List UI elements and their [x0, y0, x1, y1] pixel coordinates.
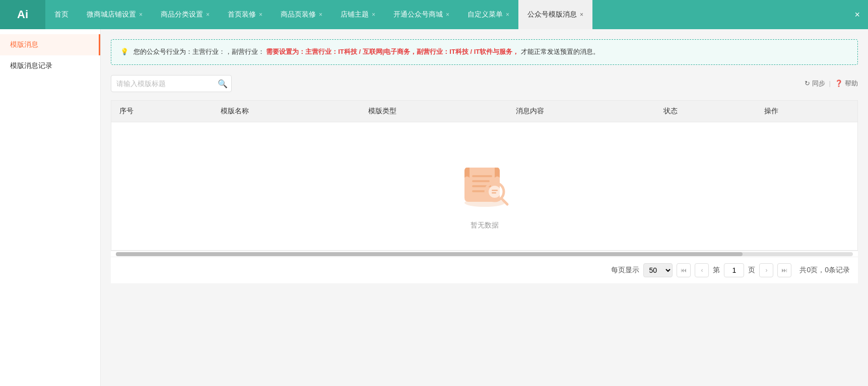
svg-rect-8 [492, 190, 498, 191]
pagination: 每页显示 102050100 ⏮ ‹ 第 页 › ⏭ 共0页，0条记录 [111, 257, 858, 283]
page-size-select[interactable]: 102050100 [643, 263, 673, 277]
nav-tab-close-product-decoration[interactable]: × [319, 11, 322, 18]
sidebar: 模版消息模版消息记录 [0, 29, 101, 386]
next-page-button[interactable]: › [759, 263, 773, 277]
sidebar-item-template-msg[interactable]: 模版消息 [0, 34, 100, 55]
notice-icon: 💡 [120, 48, 128, 55]
col-header-content: 消息内容 [508, 100, 655, 122]
nav-tab-custom-menu[interactable]: 自定义菜单× [458, 0, 518, 29]
col-header-index: 序号 [111, 100, 213, 122]
svg-rect-1 [472, 175, 492, 177]
notice-banner: 💡 您的公众号行业为：主营行业：，副营行业： 需要设置为：主营行业：IT科技 /… [111, 39, 858, 65]
main-layout: 模版消息模版消息记录 💡 您的公众号行业为：主营行业：，副营行业： 需要设置为：… [0, 29, 868, 386]
nav-tab-store-settings[interactable]: 微商城店铺设置× [78, 0, 152, 29]
sync-icon: ↻ [805, 80, 810, 87]
help-label: 帮助 [845, 79, 858, 88]
svg-point-6 [489, 186, 501, 198]
total-label: 共0页，0条记录 [799, 266, 850, 275]
nav-tab-home[interactable]: 首页 [45, 0, 78, 29]
content-area: 💡 您的公众号行业为：主营行业：，副营行业： 需要设置为：主营行业：IT科技 /… [101, 29, 868, 386]
nav-tab-template-msg[interactable]: 公众号模版消息× [518, 0, 592, 29]
prev-page-button[interactable]: ‹ [695, 263, 709, 277]
sync-button[interactable]: ↻ 同步 [805, 79, 825, 88]
table-header-row: 序号模版名称模版类型消息内容状态操作 [111, 100, 858, 122]
top-nav: Ai 首页微商城店铺设置×商品分类设置×首页装修×商品页装修×店铺主题×开通公众… [0, 0, 868, 29]
data-table: 序号模版名称模版类型消息内容状态操作 [111, 100, 858, 251]
first-page-button[interactable]: ⏮ [677, 263, 691, 277]
svg-rect-2 [472, 180, 490, 182]
notice-text-prefix: 您的公众号行业为：主营行业：，副营行业： [133, 48, 264, 55]
nav-tab-open-mall[interactable]: 开通公众号商城× [384, 0, 458, 29]
col-header-status: 状态 [655, 100, 756, 122]
col-header-name: 模版名称 [213, 100, 360, 122]
scrollbar-track [116, 252, 853, 256]
notice-highlight: 需要设置为：主营行业：IT科技 / 互联网|电子商务，副营行业：IT科技 / I… [266, 48, 519, 55]
last-page-button[interactable]: ⏭ [777, 263, 791, 277]
close-all-tabs-button[interactable]: × [846, 10, 868, 20]
empty-state-row: 暂无数据 [111, 122, 858, 250]
page-input[interactable] [724, 263, 744, 277]
notice-text-suffix: 才能正常发送预置的消息。 [521, 48, 599, 55]
empty-state: 暂无数据 [111, 122, 857, 250]
search-bar: 🔍 ↻ 同步 | ❓ 帮助 [111, 75, 858, 92]
nav-tab-close-template-msg[interactable]: × [580, 11, 583, 18]
col-header-actions: 操作 [756, 100, 858, 122]
page-prefix-label: 第 [713, 266, 720, 275]
search-input[interactable] [111, 75, 232, 92]
svg-rect-9 [492, 192, 496, 194]
nav-tab-product-decoration[interactable]: 商品页装修× [272, 0, 331, 29]
help-button[interactable]: ❓ 帮助 [835, 79, 858, 88]
nav-tab-home-decoration[interactable]: 首页装修× [219, 0, 272, 29]
empty-text: 暂无数据 [471, 221, 499, 230]
search-icon[interactable]: 🔍 [218, 79, 228, 88]
help-icon: ❓ [835, 80, 843, 87]
sync-label: 同步 [812, 79, 825, 88]
scrollbar-area[interactable] [111, 251, 858, 257]
app-logo: Ai [0, 0, 45, 29]
nav-tab-close-custom-menu[interactable]: × [506, 11, 509, 18]
nav-tab-close-home-decoration[interactable]: × [259, 11, 262, 18]
page-size-label: 每页显示 [611, 266, 639, 275]
nav-tab-close-open-mall[interactable]: × [446, 11, 449, 18]
nav-tab-close-category-settings[interactable]: × [206, 11, 210, 18]
page-suffix-label: 页 [748, 266, 755, 275]
scrollbar-thumb[interactable] [116, 252, 743, 256]
nav-tab-close-store-theme[interactable]: × [372, 11, 375, 18]
nav-tab-category-settings[interactable]: 商品分类设置× [152, 0, 219, 29]
nav-tabs: 首页微商城店铺设置×商品分类设置×首页装修×商品页装修×店铺主题×开通公众号商城… [45, 0, 846, 29]
empty-illustration [454, 152, 515, 213]
nav-tab-store-theme[interactable]: 店铺主题× [331, 0, 384, 29]
table-body: 暂无数据 [111, 122, 858, 250]
col-header-type: 模版类型 [360, 100, 508, 122]
toolbar-right: ↻ 同步 | ❓ 帮助 [805, 79, 858, 88]
nav-tab-close-store-settings[interactable]: × [139, 11, 143, 18]
search-input-wrap: 🔍 [111, 75, 232, 92]
divider: | [829, 80, 831, 87]
sidebar-item-template-msg-record[interactable]: 模版消息记录 [0, 55, 100, 76]
